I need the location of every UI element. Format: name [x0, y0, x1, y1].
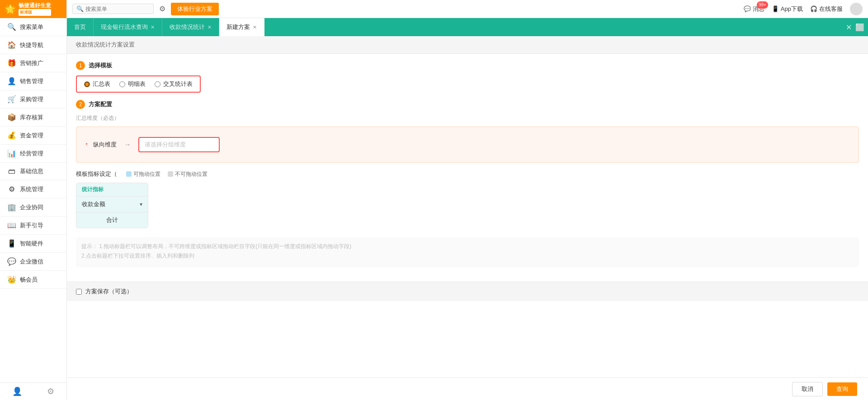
- user-icon: 👤: [7, 77, 16, 85]
- tab-expand-icon[interactable]: ⬜: [855, 23, 864, 32]
- content-area: 收款情况统计方案设置 1 选择模板 汇总表 明细表: [67, 36, 868, 377]
- chart-icon: 📊: [7, 149, 16, 158]
- sidebar: 🌟 畅捷通好生意 标准版 🔍 搜索菜单 🏠 快捷导航 🎁 营销推广 👤 销售管理…: [0, 0, 67, 400]
- step2-section: 2 方案配置 汇总维度（必选） * 纵向维度 → 请选择分组维度: [76, 100, 859, 267]
- tab-new-plan-label: 新建方案: [226, 23, 250, 31]
- logo-icon: 🌟: [5, 4, 16, 14]
- header-settings-icon[interactable]: ⚙: [159, 5, 165, 13]
- legend-nodrag-label: 不可拖动位置: [175, 170, 208, 178]
- tab-receipt[interactable]: 收款情况统计 ✕: [162, 18, 219, 36]
- radio-detail[interactable]: 明细表: [119, 80, 146, 88]
- radio-cross-input[interactable]: [155, 81, 160, 87]
- sidebar-label-enterprise: 企业协同: [20, 203, 43, 212]
- tab-bank[interactable]: 现金银行流水查询 ✕: [94, 18, 162, 36]
- sidebar-label-marketing: 营销推广: [20, 59, 43, 67]
- tab-home[interactable]: 首页: [67, 18, 94, 36]
- dimension-placeholder: 请选择分组维度: [145, 141, 186, 148]
- form-body: 1 选择模板 汇总表 明细表 交叉统计表: [67, 54, 868, 282]
- sidebar-item-inventory[interactable]: 📦 库存核算: [0, 108, 66, 127]
- dimension-vertical-label: 纵向维度: [93, 141, 117, 149]
- sidebar-item-operations[interactable]: 📊 经营管理: [0, 145, 66, 163]
- metrics-cell-dropdown-icon[interactable]: ▾: [140, 201, 142, 207]
- cancel-button[interactable]: 取消: [792, 382, 823, 396]
- sidebar-logo: 🌟 畅捷通好生意 标准版: [0, 0, 66, 18]
- legend-drag-label: 可拖动位置: [133, 170, 160, 178]
- home-icon: 🏠: [7, 41, 16, 49]
- message-badge: 99+: [757, 1, 768, 9]
- service-label: 在线客服: [819, 5, 843, 13]
- tab-receipt-close[interactable]: ✕: [208, 24, 212, 30]
- sidebar-bottom-icon-2[interactable]: ⚙: [47, 386, 54, 396]
- sidebar-item-member[interactable]: 👑 畅会员: [0, 271, 66, 289]
- sidebar-item-enterprise[interactable]: 🏢 企业协同: [0, 198, 66, 216]
- tab-close-all-icon[interactable]: ✕: [846, 23, 852, 32]
- dimension-select-dropdown[interactable]: 请选择分组维度: [138, 137, 220, 152]
- sidebar-item-finance[interactable]: 💰 资金管理: [0, 127, 66, 145]
- logo-text: 畅捷通好生意: [19, 2, 51, 9]
- sidebar-item-hardware[interactable]: 📱 智能硬件: [0, 235, 66, 253]
- step1-num: 1: [76, 61, 85, 70]
- search-icon: 🔍: [7, 23, 16, 31]
- tab-new-plan[interactable]: 新建方案 ✕: [219, 18, 264, 36]
- metrics-table-total: 合计: [76, 212, 148, 228]
- legend-drag-item: 可拖动位置: [126, 170, 160, 178]
- service-icon: 🎧: [810, 5, 817, 12]
- sidebar-item-guide[interactable]: 📖 新手引导: [0, 216, 66, 235]
- user-avatar[interactable]: [850, 3, 863, 15]
- header-search-input[interactable]: [85, 6, 144, 12]
- building-icon: 🏢: [7, 203, 16, 212]
- sidebar-bottom-icon-1[interactable]: 👤: [12, 386, 22, 396]
- header-search-box[interactable]: 🔍: [72, 4, 154, 14]
- book-icon: 📖: [7, 221, 16, 230]
- sidebar-label-guide: 新手引导: [20, 221, 43, 230]
- radio-detail-label[interactable]: 明细表: [128, 80, 146, 88]
- sidebar-item-wechat[interactable]: 💬 企业微信: [0, 253, 66, 271]
- radio-detail-input[interactable]: [119, 81, 125, 87]
- tab-bank-close[interactable]: ✕: [151, 24, 155, 30]
- dimension-row: * 纵向维度 → 请选择分组维度: [85, 137, 220, 152]
- trial-button[interactable]: 体验行业方案: [171, 3, 219, 15]
- save-section: 方案保存（可选）: [67, 282, 868, 301]
- radio-summary[interactable]: 汇总表: [84, 80, 110, 88]
- download-item[interactable]: 📱 App下载: [772, 5, 803, 13]
- radio-summary-input[interactable]: [84, 81, 90, 87]
- gear-icon: ⚙: [7, 185, 16, 193]
- radio-summary-label[interactable]: 汇总表: [93, 80, 110, 88]
- legend-nodrag-dot: [168, 171, 173, 177]
- save-checkbox[interactable]: [76, 289, 82, 295]
- tab-new-plan-close[interactable]: ✕: [253, 24, 257, 30]
- main-area: 🔍 ⚙ 体验行业方案 💬 消息 99+ 📱 App下载 🎧 在线客服 首页: [67, 0, 868, 400]
- message-item[interactable]: 💬 消息 99+: [744, 5, 764, 13]
- sidebar-item-quick-nav[interactable]: 🏠 快捷导航: [0, 36, 66, 54]
- sidebar-label-inventory: 库存核算: [20, 113, 43, 122]
- download-icon: 📱: [772, 5, 779, 12]
- query-button[interactable]: 查询: [827, 382, 857, 396]
- dimension-title-text: 汇总维度（必选）: [76, 115, 119, 121]
- sidebar-label-sales: 销售管理: [20, 77, 43, 85]
- header: 🔍 ⚙ 体验行业方案 💬 消息 99+ 📱 App下载 🎧 在线客服: [67, 0, 868, 18]
- sidebar-item-system[interactable]: ⚙ 系统管理: [0, 180, 66, 198]
- legend-drag-dot: [126, 171, 132, 177]
- service-item[interactable]: 🎧 在线客服: [810, 5, 843, 13]
- sidebar-item-search[interactable]: 🔍 搜索菜单: [0, 18, 66, 36]
- sidebar-item-purchase[interactable]: 🛒 采购管理: [0, 90, 66, 108]
- radio-cross[interactable]: 交叉统计表: [155, 80, 193, 88]
- tips-line1: 提示： 1.拖动标题栏可以调整布局，不可跨维度或指标区域拖动栏目字段(只能在同一…: [81, 243, 854, 250]
- bottom-action-bar: 取消 查询: [67, 377, 868, 400]
- cart-icon: 🛒: [7, 95, 16, 104]
- sidebar-bottom: 👤 ⚙: [0, 382, 66, 400]
- sidebar-item-base[interactable]: 🗃 基础信息: [0, 163, 66, 180]
- phone-icon: 📱: [7, 239, 16, 248]
- dimension-title: 汇总维度（必选）: [76, 114, 859, 122]
- money-icon: 💰: [7, 131, 16, 140]
- sidebar-label-operations: 经营管理: [20, 150, 43, 158]
- database-icon: 🗃: [7, 167, 16, 175]
- metrics-table-cell[interactable]: 收款金额 ▾: [76, 197, 148, 212]
- radio-cross-label[interactable]: 交叉统计表: [163, 80, 193, 88]
- sidebar-item-marketing[interactable]: 🎁 营销推广: [0, 54, 66, 72]
- header-right: 💬 消息 99+ 📱 App下载 🎧 在线客服: [744, 3, 863, 15]
- sidebar-label-wechat: 企业微信: [20, 258, 43, 266]
- sidebar-item-sales[interactable]: 👤 销售管理: [0, 72, 66, 90]
- sidebar-label-purchase: 采购管理: [20, 95, 43, 104]
- tab-bank-label: 现金银行流水查询: [101, 23, 148, 31]
